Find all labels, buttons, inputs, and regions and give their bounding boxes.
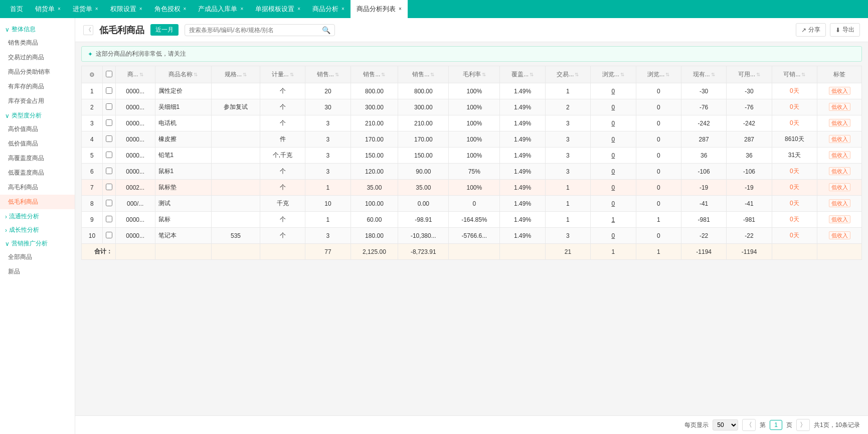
row-browse1[interactable]: 0 — [591, 148, 636, 164]
row-checkbox[interactable] — [106, 184, 112, 190]
row-browse1[interactable]: 0 — [591, 196, 636, 212]
row-browse1[interactable]: 0 — [591, 180, 636, 196]
sidebar-item-low-value[interactable]: 低价值商品 — [0, 136, 75, 151]
row-browse1[interactable]: 0 — [591, 131, 636, 148]
row-checkbox-cell[interactable] — [102, 131, 115, 148]
sidebar-item-category-rate[interactable]: 商品分类助销率 — [0, 65, 75, 79]
row-browse1[interactable]: 0 — [591, 164, 636, 180]
nav-home[interactable]: 首页 — [4, 0, 29, 18]
col-browse1[interactable]: 浏览...⇅ — [591, 66, 636, 83]
col-browse2[interactable]: 浏览...⇅ — [636, 66, 681, 83]
close-icon[interactable]: × — [139, 0, 142, 18]
nav-product-analysis[interactable]: 商品分析 × — [306, 0, 351, 18]
sidebar-group-overall[interactable]: ∨ 整体信息 — [0, 22, 75, 36]
close-icon[interactable]: × — [95, 0, 98, 18]
close-icon[interactable]: × — [58, 0, 61, 18]
col-checkbox[interactable] — [102, 66, 115, 83]
row-checkbox-cell[interactable] — [102, 115, 115, 131]
row-checkbox-cell[interactable] — [102, 212, 115, 228]
row-unit: 千克 — [260, 196, 305, 212]
sidebar-item-low-coverage[interactable]: 低覆盖度商品 — [0, 166, 75, 180]
col-current[interactable]: 现有...⇅ — [681, 66, 726, 83]
sidebar-group-type[interactable]: ∨ 类型度分析 — [0, 108, 75, 122]
sidebar-item-sales-products[interactable]: 销售类商品 — [0, 36, 75, 50]
share-button[interactable]: ↗ 分享 — [796, 23, 826, 37]
col-sales-qty[interactable]: 销售...⇅ — [305, 66, 351, 83]
row-checkbox-cell[interactable] — [102, 99, 115, 115]
col-code[interactable]: 商...⇅ — [115, 66, 155, 83]
sidebar-item-stocked-products[interactable]: 有库存的商品 — [0, 79, 75, 94]
row-checkbox-cell[interactable] — [102, 180, 115, 196]
prev-page-button[interactable]: 〈 — [742, 419, 756, 431]
nav-product-analysis-list[interactable]: 商品分析列表 × — [351, 0, 408, 18]
col-sellable[interactable]: 可销...⇅ — [772, 66, 817, 83]
close-icon[interactable]: × — [184, 0, 187, 18]
row-checkbox[interactable] — [106, 232, 112, 238]
search-input[interactable] — [189, 27, 319, 34]
row-browse1[interactable]: 0 — [591, 228, 636, 244]
sidebar-group-flow[interactable]: › 流通性分析 — [0, 209, 75, 223]
row-browse1[interactable]: 1 — [591, 212, 636, 228]
col-gross-rate[interactable]: 毛利率⇅ — [449, 66, 500, 83]
row-checkbox[interactable] — [106, 168, 112, 174]
row-checkbox-cell[interactable] — [102, 228, 115, 244]
col-name[interactable]: 商品名称⇅ — [155, 66, 212, 83]
sidebar-item-capital[interactable]: 库存资金占用 — [0, 94, 75, 108]
sidebar-group-growth[interactable]: › 成长性分析 — [0, 223, 75, 236]
row-checkbox[interactable] — [106, 152, 112, 158]
totals-unit — [260, 244, 305, 260]
col-unit[interactable]: 计量...⇅ — [260, 66, 305, 83]
row-checkbox[interactable] — [106, 200, 112, 206]
nav-purchase[interactable]: 进货单 × — [67, 0, 104, 18]
nav-permission[interactable]: 权限设置 × — [104, 0, 148, 18]
select-all-checkbox[interactable] — [106, 71, 112, 77]
sidebar-group-marketing[interactable]: ∨ 营销推广分析 — [0, 236, 75, 250]
export-button[interactable]: ⬇ 导出 — [830, 23, 860, 37]
nav-product-stock[interactable]: 产成品入库单 × — [192, 0, 249, 18]
close-icon[interactable]: × — [341, 0, 344, 18]
close-icon[interactable]: × — [399, 0, 402, 18]
search-icon[interactable]: 🔍 — [322, 26, 330, 34]
row-checkbox[interactable] — [106, 135, 112, 142]
row-sellable: 0天 — [772, 83, 817, 99]
sidebar-item-high-value[interactable]: 高价值商品 — [0, 122, 75, 136]
data-table: ⚙ 商...⇅ 商品名称⇅ 规格...⇅ 计量...⇅ 销售...⇅ 销售...… — [81, 66, 862, 260]
per-page-select[interactable]: 50 20 100 — [713, 419, 738, 430]
row-checkbox[interactable] — [106, 87, 112, 94]
row-checkbox[interactable] — [106, 216, 112, 222]
row-checkbox-cell[interactable] — [102, 148, 115, 164]
row-coverage: 1.49% — [500, 212, 545, 228]
sidebar-item-high-coverage[interactable]: 高覆盖度商品 — [0, 151, 75, 166]
sidebar-item-low-margin[interactable]: 低毛利商品 — [0, 195, 75, 209]
page-header: 《 低毛利商品 近一月 🔍 ↗ 分享 ⬇ 导出 — [75, 18, 868, 42]
row-checkbox[interactable] — [106, 119, 112, 126]
col-sales-amount[interactable]: 销售...⇅ — [351, 66, 398, 83]
row-browse1[interactable]: 0 — [591, 83, 636, 99]
col-spec[interactable]: 规格...⇅ — [212, 66, 260, 83]
row-checkbox-cell[interactable] — [102, 83, 115, 99]
sidebar-item-traded-products[interactable]: 交易过的商品 — [0, 50, 75, 65]
sidebar-item-new-products[interactable]: 新品 — [0, 264, 75, 279]
row-browse1[interactable]: 0 — [591, 99, 636, 115]
col-trade[interactable]: 交易...⇅ — [545, 66, 590, 83]
row-browse1[interactable]: 0 — [591, 115, 636, 131]
row-checkbox[interactable] — [106, 103, 112, 110]
nav-sales[interactable]: 销货单 × — [29, 0, 67, 18]
col-sales-profit[interactable]: 销售...⇅ — [398, 66, 449, 83]
collapse-button[interactable]: 《 — [83, 25, 93, 35]
row-current: -41 — [681, 196, 726, 212]
row-checkbox-cell[interactable] — [102, 196, 115, 212]
date-filter-button[interactable]: 近一月 — [150, 24, 179, 36]
row-checkbox-cell[interactable] — [102, 164, 115, 180]
close-icon[interactable]: × — [297, 0, 300, 18]
col-settings[interactable]: ⚙ — [82, 66, 103, 83]
nav-role[interactable]: 角色授权 × — [148, 0, 193, 18]
next-page-button[interactable]: 〉 — [796, 419, 810, 431]
close-icon[interactable]: × — [240, 0, 243, 18]
sidebar-item-high-margin[interactable]: 高毛利商品 — [0, 180, 75, 195]
col-coverage[interactable]: 覆盖...⇅ — [500, 66, 545, 83]
row-sellable: 0天 — [772, 99, 817, 115]
nav-template[interactable]: 单据模板设置 × — [249, 0, 306, 18]
sidebar-item-all-products[interactable]: 全部商品 — [0, 250, 75, 264]
col-available[interactable]: 可用...⇅ — [727, 66, 772, 83]
